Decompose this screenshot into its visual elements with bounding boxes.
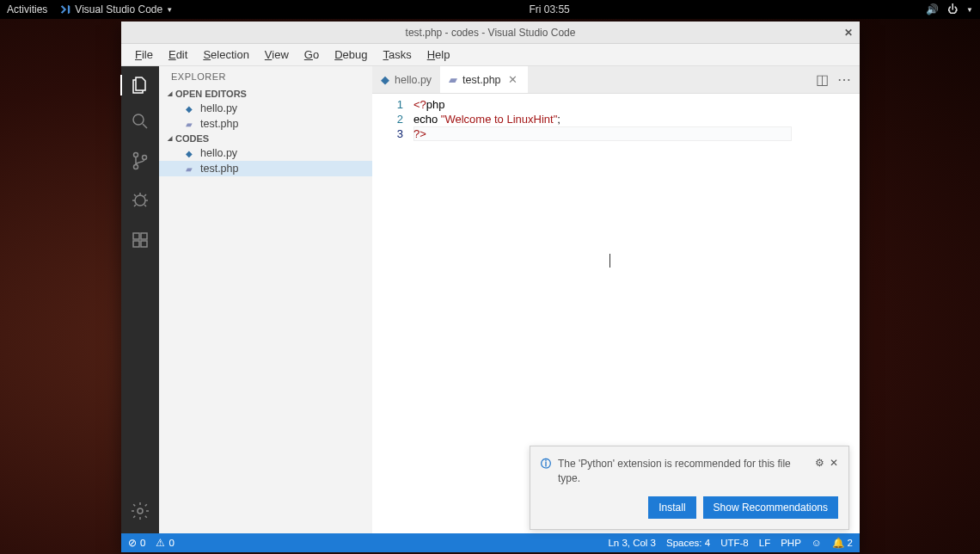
svg-rect-7 [133, 241, 139, 247]
bell-icon: 🔔 [832, 537, 844, 549]
notification-message: The 'Python' extension is recommended fo… [558, 457, 808, 486]
svg-rect-8 [141, 241, 147, 247]
activity-extensions[interactable] [130, 230, 150, 254]
status-notifications[interactable]: 🔔 2 [832, 537, 853, 549]
window-title: test.php - codes - Visual Studio Code [406, 27, 576, 39]
svg-point-1 [134, 153, 138, 157]
folder-section[interactable]: CODES [159, 132, 372, 145]
system-menu-dropdown-icon[interactable]: ▼ [966, 6, 973, 14]
line-number-gutter: 123 [372, 94, 413, 533]
activity-explorer[interactable] [120, 75, 158, 95]
gear-icon [130, 501, 150, 521]
bug-icon [130, 190, 150, 211]
status-language[interactable]: PHP [781, 538, 801, 548]
notification-gear-icon[interactable]: ⚙ [815, 457, 824, 469]
install-button[interactable]: Install [648, 496, 695, 519]
explorer-title: EXPLORER [159, 66, 372, 87]
tab-test-php[interactable]: ▰ test.php ✕ [440, 66, 527, 93]
status-errors[interactable]: ⊘ 0 [128, 537, 145, 549]
warning-icon: ⚠ [156, 537, 165, 549]
open-editors-section[interactable]: OPEN EDITORS [159, 87, 372, 101]
active-app-indicator[interactable]: Visual Studio Code ▼ [59, 3, 173, 15]
status-spaces[interactable]: Spaces: 4 [666, 538, 710, 548]
dropdown-triangle-icon: ▼ [166, 6, 173, 14]
python-file-icon: ◆ [381, 73, 389, 86]
notification-close-icon[interactable]: ✕ [830, 457, 838, 469]
notification-toast: ⓘ The 'Python' extension is recommended … [530, 446, 849, 530]
menu-debug[interactable]: Debug [328, 46, 374, 63]
extensions-icon [130, 230, 150, 250]
php-file-icon: ▰ [449, 73, 457, 86]
menu-edit[interactable]: Edit [162, 46, 194, 63]
svg-rect-6 [141, 233, 147, 239]
error-icon: ⊘ [128, 537, 137, 549]
status-bar: ⊘ 0 ⚠ 0 Ln 3, Col 3 Spaces: 4 UTF-8 LF P… [121, 533, 860, 552]
text-cursor [609, 254, 610, 268]
more-actions-icon[interactable]: ⋯ [837, 71, 851, 88]
svg-point-2 [134, 165, 138, 169]
clock[interactable]: Fri 03:55 [173, 3, 926, 15]
menu-bar: File Edit Selection View Go Debug Tasks … [121, 44, 860, 66]
python-file-icon: ◆ [183, 102, 195, 114]
power-icon[interactable]: ⏻ [947, 3, 958, 15]
svg-point-9 [138, 508, 143, 514]
open-editor-item[interactable]: ▰ test.php [159, 116, 372, 132]
vscode-window: test.php - codes - Visual Studio Code ✕ … [121, 22, 860, 552]
activity-search[interactable] [130, 111, 150, 135]
python-file-icon: ◆ [183, 147, 195, 159]
status-encoding[interactable]: UTF-8 [720, 538, 749, 548]
search-icon [130, 111, 150, 132]
svg-point-0 [133, 114, 144, 125]
file-item-selected[interactable]: ▰ test.php [159, 161, 372, 176]
activity-bar [121, 66, 159, 533]
status-lncol[interactable]: Ln 3, Col 3 [608, 538, 656, 548]
tab-hello-py[interactable]: ◆ hello.py [372, 66, 440, 93]
split-editor-icon[interactable]: ◫ [816, 71, 829, 88]
menu-selection[interactable]: Selection [196, 46, 255, 63]
menu-go[interactable]: Go [297, 46, 326, 63]
status-feedback-icon[interactable]: ☺ [812, 538, 822, 548]
activities-button[interactable]: Activities [7, 3, 47, 15]
editor-area: ◆ hello.py ▰ test.php ✕ ◫ ⋯ 123 <?phpech… [372, 66, 860, 533]
svg-point-4 [135, 195, 145, 206]
open-editor-item[interactable]: ◆ hello.py [159, 101, 372, 116]
activity-scm[interactable] [130, 151, 150, 175]
window-titlebar[interactable]: test.php - codes - Visual Studio Code ✕ [121, 22, 860, 44]
svg-point-3 [143, 156, 147, 160]
menu-file[interactable]: File [128, 46, 160, 63]
editor-tabs: ◆ hello.py ▰ test.php ✕ ◫ ⋯ [372, 66, 860, 94]
files-icon [130, 75, 150, 95]
php-file-icon: ▰ [183, 163, 195, 175]
git-branch-icon [130, 151, 150, 171]
gnome-top-bar: Activities Visual Studio Code ▼ Fri 03:5… [0, 0, 980, 19]
status-warnings[interactable]: ⚠ 0 [156, 537, 174, 549]
show-recommendations-button[interactable]: Show Recommendations [703, 496, 838, 519]
svg-rect-5 [133, 233, 139, 239]
menu-tasks[interactable]: Tasks [376, 46, 418, 63]
explorer-sidebar: EXPLORER OPEN EDITORS ◆ hello.py ▰ test.… [159, 66, 372, 533]
status-eol[interactable]: LF [759, 538, 770, 548]
menu-help[interactable]: Help [420, 46, 457, 63]
info-icon: ⓘ [541, 457, 551, 471]
vscode-app-icon [59, 3, 71, 15]
volume-icon[interactable]: 🔊 [926, 3, 939, 15]
window-close-button[interactable]: ✕ [844, 27, 853, 39]
close-tab-icon[interactable]: ✕ [506, 73, 519, 86]
php-file-icon: ▰ [183, 118, 195, 130]
menu-view[interactable]: View [258, 46, 296, 63]
activity-debug[interactable] [130, 190, 150, 214]
file-item[interactable]: ◆ hello.py [159, 145, 372, 161]
activity-settings[interactable] [130, 501, 150, 525]
